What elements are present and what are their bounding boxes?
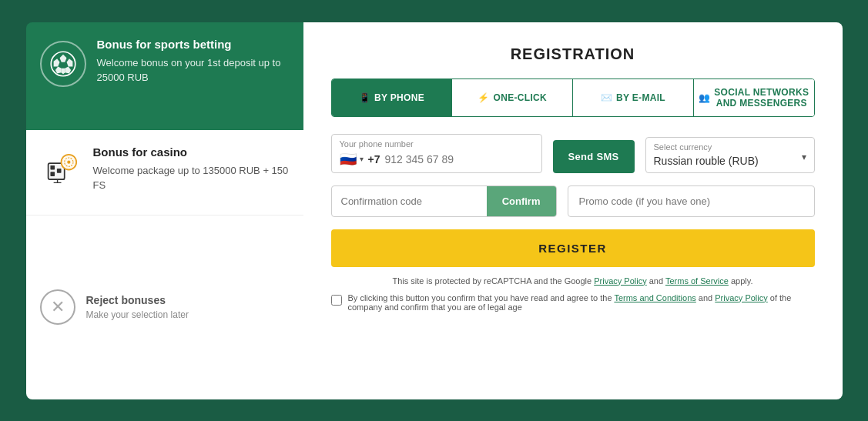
reject-bonus-section[interactable]: ✕ Reject bonuses Make your selection lat… — [26, 215, 303, 399]
promo-code-input[interactable] — [568, 185, 815, 217]
bonus-casino-text: Bonus for casino Welcome package up to 1… — [93, 145, 290, 193]
social-tab-icon: 👥 — [699, 92, 710, 103]
tab-by-phone-label: BY PHONE — [374, 92, 424, 103]
bolt-tab-icon: ⚡ — [478, 92, 489, 103]
bonus-sports-description: Welcome bonus on your 1st deposit up to … — [97, 55, 290, 85]
email-tab-icon: ✉️ — [601, 92, 612, 103]
tab-one-click[interactable]: ⚡ ONE-CLICK — [451, 79, 572, 116]
svg-marker-5 — [65, 66, 71, 73]
confirmation-field-wrapper: Confirm — [331, 185, 557, 217]
tab-by-email-label: BY E-MAIL — [616, 92, 665, 103]
bonus-casino-description: Welcome package up to 135000 RUB + 150 F… — [93, 163, 290, 193]
svg-marker-4 — [55, 66, 61, 73]
checkbox-text: By clicking this button you confirm that… — [348, 293, 815, 312]
terms-of-service-link[interactable]: Terms of Service — [665, 276, 729, 286]
bonus-casino-title: Bonus for casino — [93, 145, 290, 159]
phone-prefix: +7 — [368, 153, 380, 165]
phone-label: Your phone number — [340, 139, 534, 149]
tab-social[interactable]: 👥 SOCIAL NETWORKS AND MESSENGERS — [693, 79, 814, 116]
main-container: Bonus for sports betting Welcome bonus o… — [26, 22, 843, 399]
svg-rect-10 — [56, 169, 61, 173]
soccer-ball-icon — [40, 41, 86, 87]
recaptcha-text-prefix: This site is protected by reCAPTCHA and … — [393, 276, 592, 286]
recaptcha-and: and — [649, 276, 663, 286]
confirm-button[interactable]: Confirm — [487, 186, 556, 216]
privacy-policy-link[interactable]: Privacy Policy — [594, 276, 646, 286]
registration-tabs: 📱 BY PHONE ⚡ ONE-CLICK ✉️ BY E-MAIL 👥 SO… — [331, 79, 815, 117]
phone-input[interactable] — [384, 153, 533, 165]
send-sms-button[interactable]: Send SMS — [553, 140, 635, 173]
phone-input-row: 🇷🇺 ▾ +7 — [340, 151, 534, 168]
svg-marker-2 — [53, 58, 59, 66]
bonus-sports-title: Bonus for sports betting — [97, 38, 290, 51]
flag-select[interactable]: 🇷🇺 ▾ — [340, 151, 364, 168]
flag-chevron-icon: ▾ — [360, 155, 364, 163]
phone-tab-icon: 📱 — [359, 92, 370, 103]
tab-by-phone[interactable]: 📱 BY PHONE — [332, 79, 452, 116]
svg-rect-9 — [50, 172, 55, 176]
bonus-sports-section[interactable]: Bonus for sports betting Welcome bonus o… — [26, 22, 303, 130]
recaptcha-apply: apply. — [731, 276, 753, 286]
terms-conditions-link[interactable]: Terms and Conditions — [614, 293, 695, 302]
tab-one-click-label: ONE-CLICK — [494, 92, 547, 103]
phone-currency-row: Your phone number 🇷🇺 ▾ +7 Send SMS Selec… — [331, 134, 815, 173]
phone-field-wrapper: Your phone number 🇷🇺 ▾ +7 — [331, 134, 542, 173]
svg-point-13 — [67, 160, 70, 163]
left-panel: Bonus for sports betting Welcome bonus o… — [26, 22, 303, 399]
confirmation-code-input[interactable] — [332, 186, 487, 216]
currency-field-wrapper: Select currency Russian rouble (RUB) USD… — [645, 137, 815, 173]
tab-by-email[interactable]: ✉️ BY E-MAIL — [572, 79, 693, 116]
currency-label: Select currency — [654, 142, 806, 152]
svg-marker-1 — [59, 54, 66, 62]
checkbox-privacy-link[interactable]: Privacy Policy — [715, 293, 767, 302]
reject-text: Reject bonuses Make your selection later — [86, 294, 189, 320]
bonus-sports-text: Bonus for sports betting Welcome bonus o… — [97, 38, 290, 85]
casino-icon — [40, 149, 82, 191]
reject-icon: ✕ — [40, 289, 75, 325]
svg-marker-3 — [66, 58, 72, 66]
flag-emoji: 🇷🇺 — [340, 151, 357, 168]
register-button[interactable]: REGISTER — [331, 229, 815, 267]
reject-title: Reject bonuses — [86, 294, 189, 306]
right-panel: REGISTRATION 📱 BY PHONE ⚡ ONE-CLICK ✉️ B… — [303, 22, 843, 399]
recaptcha-notice: This site is protected by reCAPTCHA and … — [331, 276, 815, 286]
bonus-casino-section[interactable]: Bonus for casino Welcome package up to 1… — [26, 130, 303, 215]
svg-marker-6 — [61, 68, 65, 74]
svg-rect-8 — [50, 165, 55, 169]
currency-select[interactable]: Russian rouble (RUB) USD EUR — [654, 155, 806, 167]
terms-checkbox[interactable] — [331, 295, 342, 306]
reject-subtitle: Make your selection later — [86, 309, 189, 320]
tab-social-label: SOCIAL NETWORKS AND MESSENGERS — [714, 87, 809, 109]
terms-checkbox-row: By clicking this button you confirm that… — [331, 293, 815, 312]
confirmation-promo-row: Confirm — [331, 185, 815, 217]
registration-title: REGISTRATION — [331, 45, 815, 63]
